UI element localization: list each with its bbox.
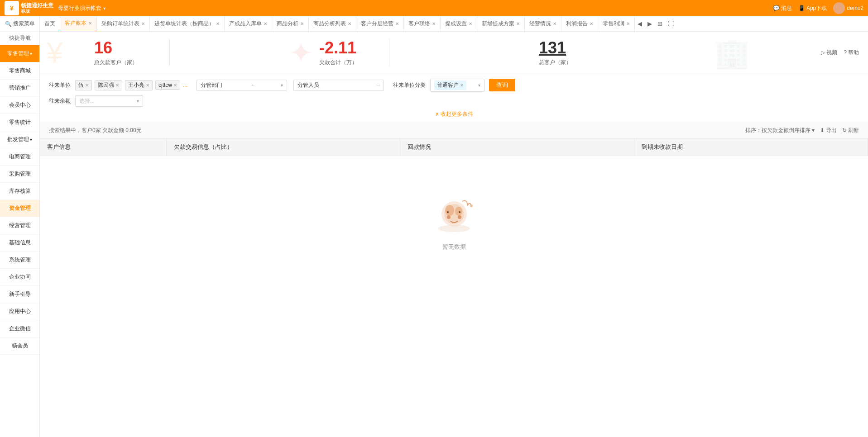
app-download-button[interactable]: 📱 App下载 (798, 5, 827, 12)
content-area: 首页 客户账本 ✕ 采购订单统计表 ✕ 进货单统计表（按商品） ✕ 产成品入库单… (40, 16, 868, 437)
sidebar-item-capital-mgmt[interactable]: 资金管理 (0, 200, 39, 217)
tabs-nav-prev[interactable]: ◀ (635, 20, 645, 27)
balance-filter-select[interactable]: 选择... ▾ (75, 95, 143, 107)
logo-icon: ¥ (5, 1, 19, 15)
sidebar-search[interactable]: 🔍 搜索菜单 (0, 16, 39, 32)
unit-class-dropdown-arrow: ▾ (478, 83, 480, 88)
tab-home[interactable]: 首页 (40, 16, 60, 32)
stat-value-2: -2.11 (319, 39, 356, 57)
sidebar-item-marketing[interactable]: 营销推广 (0, 80, 39, 97)
remove-tag-0-icon[interactable]: ✕ (85, 83, 89, 88)
dept-dropdown-arrow: ▾ (281, 83, 283, 88)
empty-state: 暂无数据 (40, 156, 868, 287)
sidebar-item-wholesale-mgmt[interactable]: 批发管理 ▾ (0, 131, 39, 148)
close-tab-icon-9[interactable]: ✕ (469, 21, 472, 26)
tab-customer-contact[interactable]: 客户联络 ✕ (404, 16, 441, 32)
message-button[interactable]: 💬 消息 (773, 5, 792, 12)
remove-tag-2-icon[interactable]: ✕ (146, 83, 149, 88)
sidebar-item-member-center[interactable]: 会员中心 (0, 97, 39, 114)
logo-title: 畅捷通好生意 (21, 2, 53, 9)
th-repayment: 回款情况 (400, 138, 634, 156)
sort-select[interactable]: 排序：按欠款金额倒序排序 ▾ (745, 127, 815, 134)
tab-goods-analysis[interactable]: 商品分析 ✕ (272, 16, 309, 32)
stat-bg-icon-3: 🏢 (714, 36, 750, 70)
close-tab-icon-2[interactable]: ✕ (141, 21, 145, 26)
sidebar-item-retail-stats[interactable]: 零售统计 (0, 114, 39, 131)
unit-class-tag[interactable]: 普通客户 ✕ (434, 81, 466, 90)
sidebar-item-basic-info[interactable]: 基础信息 (0, 234, 39, 252)
export-button[interactable]: ⬇ 导出 (820, 127, 837, 134)
tab-purchase-order-stats[interactable]: 采购订单统计表 ✕ (97, 16, 150, 32)
video-button[interactable]: ▷ 视频 (821, 49, 837, 57)
user-avatar[interactable]: demo2 (833, 2, 863, 14)
balance-filter-label: 往来余额 (49, 97, 71, 105)
tab-goods-purchase-stats[interactable]: 进货单统计表（按商品） ✕ (150, 16, 225, 32)
close-tab-icon-3[interactable]: ✕ (216, 21, 220, 26)
filter-tag-3[interactable]: cjttcw ✕ (155, 81, 180, 90)
filter-tag-2[interactable]: 王小亮 ✕ (125, 80, 153, 90)
close-tab-icon[interactable]: ✕ (88, 21, 92, 26)
person-filter-select[interactable]: 分管人员 ··· (293, 80, 384, 91)
remove-tag-3-icon[interactable]: ✕ (173, 83, 177, 88)
th-debt-info: 欠款交易信息（占比） (167, 138, 400, 156)
close-tab-icon-13[interactable]: ✕ (626, 21, 630, 26)
sidebar-item-enterprise-wechat[interactable]: 企业微信 (0, 320, 39, 337)
workspace-selector[interactable]: 母婴行业演示帐套 ▾ (53, 5, 773, 12)
close-tab-icon-12[interactable]: ✕ (590, 21, 593, 26)
sidebar-item-retail-mgmt[interactable]: 零售管理 ▾ (0, 45, 39, 62)
tab-retail-profit[interactable]: 零售利润 ✕ (598, 16, 635, 32)
tab-profit-report[interactable]: 利润报告 ✕ (561, 16, 598, 32)
help-button[interactable]: ? 帮助 (844, 49, 859, 57)
svg-point-9 (470, 204, 473, 207)
refresh-button[interactable]: ↻ 刷新 (842, 127, 859, 134)
tab-goods-analysis-list[interactable]: 商品分析列表 ✕ (309, 16, 356, 32)
query-button[interactable]: 查询 (489, 79, 515, 91)
tabs-nav-next[interactable]: ▶ (645, 20, 655, 27)
sidebar-item-retail-shop[interactable]: 零售商城 (0, 62, 39, 80)
svg-point-4 (455, 207, 462, 216)
balance-dropdown-arrow: ▾ (137, 99, 139, 104)
stat-label-1: 总欠款客户（家） (94, 59, 138, 66)
tabs-fullscreen-icon[interactable]: ⛶ (665, 20, 676, 27)
tab-customer-layer[interactable]: 客户分层经营 ✕ (356, 16, 404, 32)
refresh-icon: ↻ (842, 127, 847, 133)
sidebar-quick-nav[interactable]: 快捷导航 (0, 32, 39, 45)
sidebar-item-enterprise-collab[interactable]: 企业协同 (0, 269, 39, 286)
sidebar-item-chang-member[interactable]: 畅会员 (0, 337, 39, 355)
close-tab-icon-4[interactable]: ✕ (264, 21, 267, 26)
collapse-button[interactable]: ∧ 收起更多条件 (435, 110, 473, 118)
tabs-bar: 首页 客户账本 ✕ 采购订单统计表 ✕ 进货单统计表（按商品） ✕ 产成品入库单… (40, 16, 868, 32)
remove-tag-1-icon[interactable]: ✕ (115, 83, 119, 88)
sidebar-item-inventory[interactable]: 库存核算 (0, 183, 39, 200)
tabs-expand-icon[interactable]: ⊞ (655, 20, 665, 27)
sidebar-item-ecommerce[interactable]: 电商管理 (0, 148, 39, 166)
tab-operations[interactable]: 经营情况 ✕ (525, 16, 561, 32)
remove-unit-class-icon[interactable]: ✕ (460, 83, 464, 88)
close-tab-icon-8[interactable]: ✕ (432, 21, 436, 26)
result-bar-right: 排序：按欠款金额倒序排序 ▾ ⬇ 导出 ↻ 刷新 (745, 127, 859, 134)
tab-customer-ledger[interactable]: 客户账本 ✕ (60, 16, 97, 32)
filter-row-1: 往来单位 伍 ✕ 陈民强 ✕ (49, 79, 859, 92)
sidebar: 🔍 搜索菜单 快捷导航 零售管理 ▾ 零售商城 营销推广 会员中心 (0, 16, 40, 437)
close-tab-icon-5[interactable]: ✕ (300, 21, 304, 26)
filter-tag-1[interactable]: 陈民强 ✕ (95, 80, 122, 90)
close-tab-icon-6[interactable]: ✕ (348, 21, 351, 26)
more-tags-button[interactable]: ... (183, 82, 187, 88)
sidebar-item-app-center[interactable]: 应用中心 (0, 303, 39, 320)
close-tab-icon-7[interactable]: ✕ (395, 21, 399, 26)
dept-filter-select[interactable]: 分管部门 ··· ▾ (197, 80, 287, 91)
sidebar-item-purchase[interactable]: 采购管理 (0, 166, 39, 183)
tab-product-instock[interactable]: 产成品入库单 ✕ (225, 16, 272, 32)
workspace-dropdown[interactable]: 母婴行业演示帐套 ▾ (58, 5, 106, 12)
sidebar-item-system-mgmt[interactable]: 系统管理 (0, 252, 39, 269)
sidebar-item-operations[interactable]: 经营管理 (0, 217, 39, 234)
close-tab-icon-11[interactable]: ✕ (553, 21, 556, 26)
close-tab-icon-10[interactable]: ✕ (516, 21, 520, 26)
tab-commission-settings[interactable]: 提成设置 ✕ (441, 16, 477, 32)
unit-class-select[interactable]: 普通客户 ✕ ▾ (430, 79, 484, 92)
stat-block-2: -2.11 欠款合计（万） (319, 39, 375, 66)
sidebar-item-new-guide[interactable]: 新手引导 (0, 286, 39, 303)
filter-tag-0[interactable]: 伍 ✕ (75, 80, 92, 90)
tab-new-commission-plan[interactable]: 新增提成方案 ✕ (477, 16, 525, 32)
stat-bg-icon-2: ✦ (289, 36, 313, 70)
